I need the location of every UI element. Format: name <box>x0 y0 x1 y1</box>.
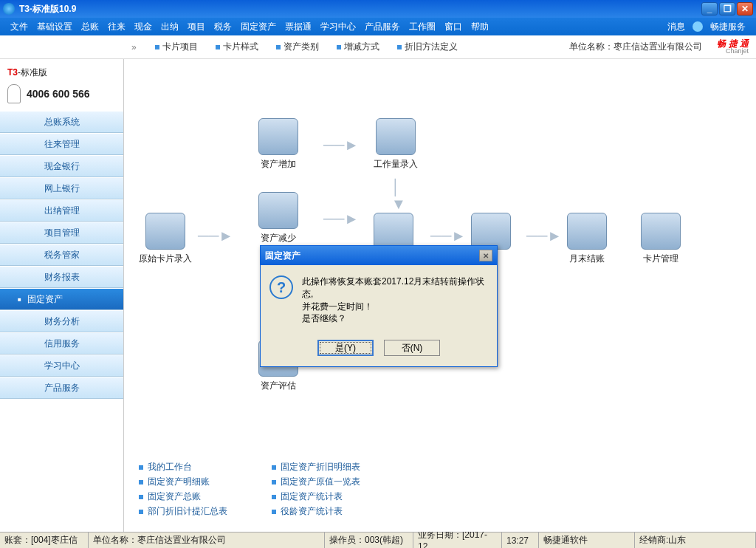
confirm-dialog: 固定资产 ✕ ? 此操作将恢复本账套2017.12月末结转前操作状态, 并花费一… <box>260 245 498 367</box>
arrow-icon: ──► <box>430 227 466 244</box>
window-titlebar: T3-标准版10.9 _ ❐ ✕ <box>0 0 756 18</box>
dialog-yes-button[interactable]: 是(Y) <box>317 340 374 356</box>
product-logo: T3-标准版 <box>0 59 123 81</box>
sidebar-item-cashier[interactable]: 出纳管理 <box>0 199 123 222</box>
question-icon: ? <box>269 275 293 299</box>
sidebar-item-credit[interactable]: 信用服务 <box>0 332 123 355</box>
subnav-asset-cat[interactable]: 资产类别 <box>276 41 319 53</box>
flow-asset-reduce[interactable]: 资产减少 <box>258 192 298 244</box>
link-orig-value[interactable]: 固定资产原值一览表 <box>272 476 360 488</box>
sidebar-item-fin-analysis[interactable]: 财务分析 <box>0 310 123 332</box>
arrow-icon: ──► <box>323 137 359 154</box>
dialog-no-button[interactable]: 否(N) <box>384 340 440 356</box>
close-button[interactable]: ✕ <box>737 2 753 16</box>
menu-help[interactable]: 帮助 <box>467 21 493 33</box>
link-fa-detail[interactable]: 固定资产明细账 <box>139 476 227 488</box>
dialog-close-button[interactable]: ✕ <box>479 250 492 261</box>
workload-icon <box>376 118 416 155</box>
menu-fa[interactable]: 固定资产 <box>236 21 281 33</box>
arrow-icon: ──► <box>323 210 359 227</box>
sidebar-item-tax[interactable]: 税务管家 <box>0 244 123 266</box>
unit-label: 单位名称：枣庄信达置业有限公司 <box>569 41 702 53</box>
sub-toolbar: » 卡片项目 卡片样式 资产类别 增减方式 折旧方法定义 单位名称：枣庄信达置业… <box>0 35 756 59</box>
menu-file[interactable]: 文件 <box>6 21 32 33</box>
menu-service[interactable]: 畅捷服务 <box>706 21 750 33</box>
menu-tax[interactable]: 税务 <box>210 21 236 33</box>
sidebar-item-arap[interactable]: 往来管理 <box>0 133 123 155</box>
dialog-message: 此操作将恢复本账套2017.12月末结转前操作状态, 并花费一定时间！ 是否继续… <box>302 275 488 325</box>
subnav-incdec[interactable]: 增减方式 <box>337 41 379 53</box>
flow-workload[interactable]: 工作量录入 <box>374 118 418 171</box>
calendar-month-icon <box>374 213 413 250</box>
arrow-down-icon: │▼ <box>391 179 406 213</box>
sidebar-item-cash[interactable]: 现金银行 <box>0 155 123 177</box>
dialog-titlebar[interactable]: 固定资产 ✕ <box>261 246 497 265</box>
sidebar-item-fa[interactable]: 固定资产 <box>0 288 123 310</box>
bottom-links: 我的工作台 固定资产明细账 固定资产总账 部门折旧计提汇总表 固定资产折旧明细表… <box>139 459 360 520</box>
menu-cash[interactable]: 现金 <box>130 21 157 33</box>
status-operator: 操作员：003(韩超) <box>325 532 413 548</box>
menu-basic[interactable]: 基础设置 <box>32 21 77 33</box>
sidebar-item-report[interactable]: 财务报表 <box>0 266 123 288</box>
app-icon <box>3 3 15 15</box>
link-fa-stat[interactable]: 固定资产统计表 <box>272 490 360 503</box>
sidebar-item-product[interactable]: 产品服务 <box>0 377 123 399</box>
hotline: 4006 600 566 <box>0 81 123 111</box>
service-icon <box>693 21 703 32</box>
arrow-icon: ──► <box>526 227 562 244</box>
link-fa-gl[interactable]: 固定资产总账 <box>139 490 227 503</box>
minimize-button[interactable]: _ <box>701 2 718 16</box>
sidebar-item-ebank[interactable]: 网上银行 <box>0 177 123 199</box>
cabinet-plus-icon <box>258 118 298 155</box>
arrow-icon: ──► <box>198 227 233 244</box>
sidebar-item-learn[interactable]: 学习中心 <box>0 355 123 377</box>
menu-arap[interactable]: 往来 <box>103 21 130 33</box>
folder-icon <box>641 213 681 250</box>
status-soft: 畅捷通软件 <box>539 532 635 548</box>
subnav-depr-method[interactable]: 折旧方法定义 <box>397 41 458 53</box>
sidebar: T3-标准版 4006 600 566 总账系统 往来管理 现金银行 网上银行 … <box>0 59 124 532</box>
menu-learn[interactable]: 学习中心 <box>316 21 360 33</box>
subnav-card-style[interactable]: 卡片样式 <box>216 41 258 53</box>
sidebar-item-project[interactable]: 项目管理 <box>0 222 123 244</box>
maximize-button[interactable]: ❐ <box>719 2 735 16</box>
status-dealer: 经销商:山东 <box>635 532 756 548</box>
dialog-title: 固定资产 <box>265 250 300 262</box>
menu-project[interactable]: 项目 <box>183 21 210 33</box>
link-age-stat[interactable]: 役龄资产统计表 <box>272 505 360 518</box>
status-unit: 单位名称：枣庄信达置业有限公司 <box>89 532 325 548</box>
link-desktop[interactable]: 我的工作台 <box>139 461 227 473</box>
menu-window[interactable]: 窗口 <box>440 21 467 33</box>
flow-original-card[interactable]: 原始卡片录入 <box>139 213 192 265</box>
subnav-card-item[interactable]: 卡片项目 <box>155 41 198 53</box>
voucher-icon <box>471 213 511 250</box>
calendar-close-icon <box>567 213 607 250</box>
chevron-icon[interactable]: » <box>131 42 146 52</box>
link-depr-detail[interactable]: 固定资产折旧明细表 <box>272 461 360 473</box>
menu-message[interactable]: 消息 <box>663 21 690 33</box>
flow-asset-add[interactable]: 资产增加 <box>258 118 298 171</box>
link-dept-depr[interactable]: 部门折旧计提汇总表 <box>139 505 227 518</box>
status-bar: 账套：[004]枣庄信 单位名称：枣庄信达置业有限公司 操作员：003(韩超) … <box>0 532 756 548</box>
menu-gl[interactable]: 总账 <box>77 21 103 33</box>
menu-bill[interactable]: 票据通 <box>281 21 316 33</box>
flow-card-manage[interactable]: 卡片管理 <box>641 213 681 265</box>
cabinet-minus-icon <box>258 192 298 229</box>
menu-cashier[interactable]: 出纳 <box>157 21 183 33</box>
window-title: T3-标准版10.9 <box>19 3 701 16</box>
status-bizdate: 业务日期：[2017-12 <box>413 532 502 548</box>
menu-product[interactable]: 产品服务 <box>360 21 405 33</box>
brand-logo: 畅 捷 通 Chanjet <box>717 40 749 54</box>
status-account: 账套：[004]枣庄信 <box>0 532 89 548</box>
flow-month-close[interactable]: 月末结账 <box>567 213 607 265</box>
menu-bar: 文件 基础设置 总账 往来 现金 出纳 项目 税务 固定资产 票据通 学习中心 … <box>0 18 756 35</box>
card-icon <box>145 213 185 250</box>
phone-icon <box>7 84 21 103</box>
status-time: 13:27 <box>502 532 539 548</box>
sidebar-item-gl[interactable]: 总账系统 <box>0 111 123 133</box>
menu-workcircle[interactable]: 工作圈 <box>405 21 440 33</box>
